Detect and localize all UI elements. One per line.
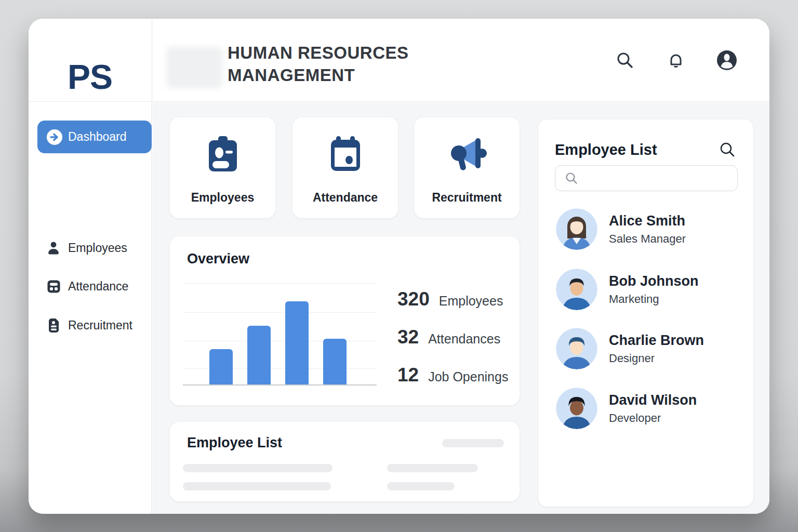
quick-card-attendance[interactable]: Attendance: [292, 117, 398, 218]
employee-list-item[interactable]: David Wilson Developer: [556, 388, 738, 429]
employee-role: Sales Manager: [609, 231, 686, 247]
avatar: [556, 328, 597, 369]
page-title: HUMAN RESOURCES MANAGEMENT: [228, 42, 409, 86]
employee-info: Alice Smith Sales Manager: [609, 212, 686, 247]
chart-bar: [285, 301, 309, 384]
chart-bar: [209, 349, 233, 384]
skeleton-line: [387, 464, 478, 472]
profile-icon[interactable]: [715, 49, 738, 72]
desktop-background: PS HUMAN RESOURCES MANAGEMENT: [0, 0, 798, 532]
blurred-logo-placeholder: [166, 47, 222, 88]
quick-card-label: Recruitment: [414, 191, 520, 205]
employee-panel-title: Employee List: [555, 141, 657, 158]
employee-info: David Wilson Developer: [609, 391, 697, 426]
app-window: PS HUMAN RESOURCES MANAGEMENT: [29, 19, 769, 514]
sidebar-item-attendance[interactable]: Attendance: [29, 274, 152, 298]
overview-bar-chart: [183, 283, 377, 385]
skeleton-line: [442, 439, 504, 447]
sidebar-item-label: Attendance: [68, 280, 128, 294]
skeleton-line: [183, 464, 332, 472]
employee-name: David Wilson: [609, 391, 697, 409]
quick-card-recruitment[interactable]: Recruitment: [414, 117, 520, 218]
bell-icon[interactable]: [664, 49, 687, 72]
sidebar: Dashboard Employees Attendance Recruitme…: [29, 102, 152, 514]
quick-card-employees[interactable]: Employees: [170, 117, 275, 218]
stat-value: 12: [397, 364, 419, 386]
avatar: [556, 269, 597, 310]
stat-label: Attendances: [428, 331, 500, 347]
employee-role: Designer: [609, 351, 704, 366]
stat-value: 320: [397, 288, 430, 310]
employee-list-item[interactable]: Charlie Brown Designer: [556, 328, 738, 369]
employee-panel: Employee List: [538, 119, 753, 507]
employee-name: Charlie Brown: [609, 331, 704, 349]
megaphone-icon: [414, 133, 520, 177]
app-logo: PS: [59, 60, 121, 94]
overview-card: Overview 320 Employees 32 Attendances: [170, 236, 520, 405]
page-title-line1: HUMAN RESOURCES: [228, 42, 409, 64]
calendar-icon: [292, 133, 398, 177]
chart-baseline: [183, 384, 377, 385]
employee-role: Marketing: [609, 291, 698, 307]
employee-search-field[interactable]: [555, 165, 738, 191]
chart-bar: [323, 339, 347, 384]
stat-attendances: 32 Attendances: [397, 326, 508, 348]
id-badge-icon: [170, 133, 275, 177]
employee-name: Bob Johnson: [609, 272, 698, 290]
app-header: PS HUMAN RESOURCES MANAGEMENT: [29, 19, 769, 102]
sidebar-item-employees[interactable]: Employees: [29, 236, 152, 260]
document-icon: [46, 318, 61, 332]
overview-stats: 320 Employees 32 Attendances 12 Job Open…: [397, 288, 508, 386]
sidebar-item-label: Dashboard: [68, 130, 127, 144]
search-icon: [565, 171, 578, 185]
sidebar-item-label: Employees: [68, 241, 127, 255]
skeleton-line: [387, 482, 455, 490]
page-title-line2: MANAGEMENT: [228, 64, 409, 86]
employee-name: Alice Smith: [609, 212, 686, 230]
employee-info: Bob Johnson Marketing: [609, 272, 698, 307]
search-icon[interactable]: [719, 141, 736, 160]
header-actions: [614, 49, 738, 72]
chart-bars: [209, 283, 347, 384]
employee-list-card-title: Employee List: [187, 435, 282, 451]
stat-label: Job Openings: [428, 369, 508, 384]
arrow-circle-icon: [46, 129, 63, 145]
employee-list-item[interactable]: Bob Johnson Marketing: [556, 269, 738, 310]
header-divider: [152, 19, 152, 102]
sidebar-item-recruitment[interactable]: Recruitment: [29, 313, 152, 337]
avatar: [556, 208, 597, 250]
person-icon: [46, 241, 61, 255]
stat-job-openings: 12 Job Openings: [397, 364, 508, 386]
search-icon[interactable]: [614, 49, 636, 72]
sidebar-item-label: Recruitment: [68, 318, 132, 332]
skeleton-line: [183, 482, 331, 490]
employee-search-input[interactable]: [584, 172, 725, 184]
employee-info: Charlie Brown Designer: [609, 331, 704, 366]
grid-table-icon: [46, 279, 61, 294]
quick-card-label: Employees: [170, 191, 275, 205]
quick-card-label: Attendance: [292, 191, 398, 205]
overview-title: Overview: [187, 251, 249, 267]
stat-value: 32: [397, 326, 419, 348]
employee-role: Developer: [609, 410, 697, 426]
employee-list-card: Employee List: [170, 422, 520, 501]
sidebar-item-dashboard[interactable]: Dashboard: [37, 121, 152, 153]
chart-bar: [247, 326, 271, 384]
stat-label: Employees: [439, 294, 503, 309]
employee-list-item[interactable]: Alice Smith Sales Manager: [556, 208, 738, 250]
stat-employees: 320 Employees: [397, 288, 508, 310]
avatar: [556, 388, 597, 429]
